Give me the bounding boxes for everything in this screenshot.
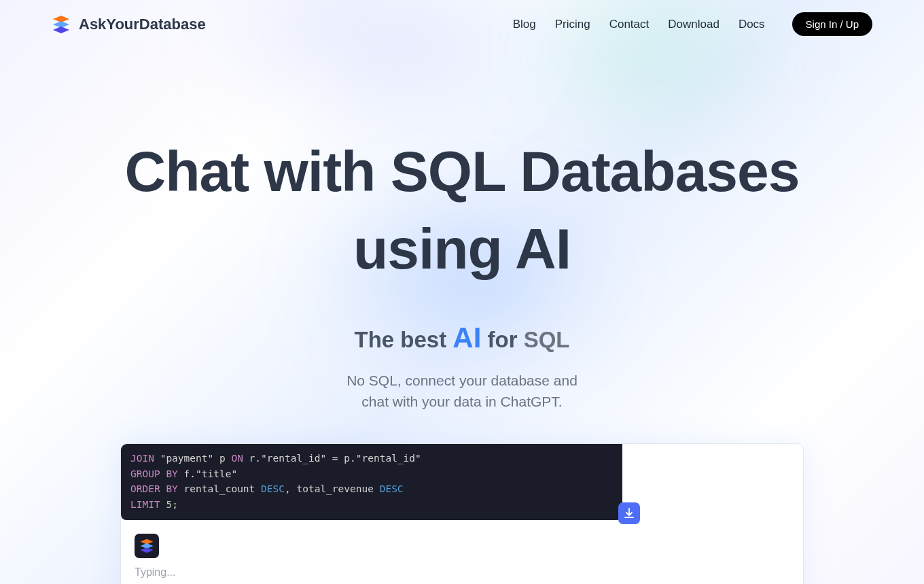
stack-icon (52, 14, 71, 35)
code-line: JOIN "payment" p ON r."rental_id" = p."r… (130, 451, 613, 466)
sql-code-block: JOIN "payment" p ON r."rental_id" = p."r… (121, 444, 622, 520)
nav-contact[interactable]: Contact (609, 18, 650, 31)
subheadline: No SQL, connect your database and chat w… (0, 371, 924, 412)
main-nav: Blog Pricing Contact Download Docs Sign … (513, 12, 872, 36)
sub-line-1: No SQL, connect your database and (346, 373, 578, 388)
demo-panel: JOIN "payment" p ON r."rental_id" = p."r… (120, 443, 804, 584)
headline-line-1: Chat with SQL Databases (124, 139, 799, 203)
nav-blog[interactable]: Blog (513, 18, 536, 31)
typing-indicator: Typing... (135, 566, 789, 579)
hero-section: Chat with SQL Databases using AI The bes… (0, 36, 924, 584)
tagline-sql: SQL (524, 327, 570, 352)
sub-line-2: chat with your data in ChatGPT. (361, 394, 562, 409)
nav-download[interactable]: Download (668, 18, 719, 31)
tagline: The best AI for SQL (0, 322, 924, 354)
chat-area: Typing... Here are the five most popular… (121, 520, 803, 584)
site-header: AskYourDatabase Blog Pricing Contact Dow… (0, 0, 924, 36)
headline-line-2: using AI (353, 217, 571, 281)
nav-pricing[interactable]: Pricing (555, 18, 590, 31)
tagline-best: The best (354, 327, 452, 352)
nav-docs[interactable]: Docs (739, 18, 765, 31)
code-line: LIMIT 5; (130, 497, 613, 512)
code-line: GROUP BY f."title" (130, 466, 613, 481)
code-line: ORDER BY rental_count DESC, total_revenu… (130, 481, 613, 496)
brand-name: AskYourDatabase (79, 16, 206, 33)
tagline-ai: AI (452, 322, 481, 354)
download-icon[interactable] (618, 502, 640, 524)
sign-in-button[interactable]: Sign In / Up (792, 12, 872, 36)
tagline-for: for (481, 327, 523, 352)
logo-group[interactable]: AskYourDatabase (52, 14, 206, 35)
avatar (135, 534, 159, 558)
page-title: Chat with SQL Databases using AI (0, 133, 924, 288)
